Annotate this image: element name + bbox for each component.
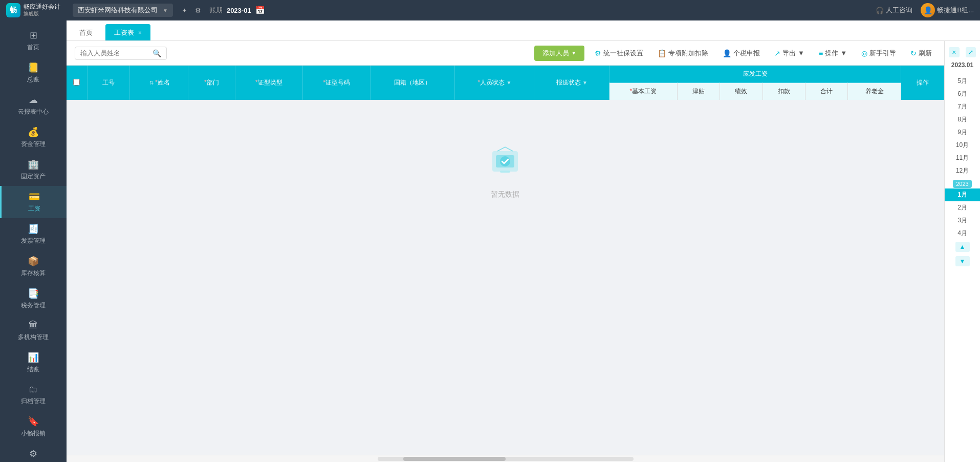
th-name: ⇅ *姓名	[129, 66, 188, 100]
app-sub: 旗舰版	[24, 10, 60, 17]
chevron-down-icon: ▼	[163, 8, 168, 13]
special-deduct-icon: 📋	[658, 49, 666, 57]
tab-salary-close[interactable]: ×	[138, 29, 142, 36]
th-pension: 养老金	[848, 83, 901, 100]
month-1-2023[interactable]: 1月	[945, 188, 980, 201]
header-actions: ＋ ⚙	[181, 6, 201, 15]
sidebar-label-salary: 工资	[28, 204, 40, 213]
month-9[interactable]: 9月	[945, 126, 980, 139]
top-header: 畅 畅应通好会计 旗舰版 西安虾米网络科技有限公司 ▼ ＋ ⚙ 账期 2023-…	[0, 0, 980, 20]
export-btn[interactable]: ↗ 导出 ▼	[770, 47, 809, 60]
calendar-expand-btn[interactable]: ⤢	[966, 47, 976, 57]
calendar-icon[interactable]: 📅	[255, 6, 265, 15]
inventory-icon: 📦	[28, 256, 39, 267]
sidebar-item-cloud-report[interactable]: ☁ 云报表中心	[0, 89, 67, 121]
special-deduct-label: 专项附加扣除	[668, 49, 708, 58]
month-10[interactable]: 10月	[945, 139, 980, 152]
special-deduct-btn[interactable]: 📋 专项附加扣除	[654, 47, 712, 60]
empty-state-row: 暂无数据	[67, 100, 944, 240]
sidebar-item-settings[interactable]: ⚙ 基础设置	[0, 443, 67, 462]
sidebar-item-expense[interactable]: 🔖 小畅报销	[0, 411, 67, 443]
plus-icon: ＋	[181, 6, 188, 15]
search-input[interactable]	[80, 49, 149, 57]
tab-salary[interactable]: 工资表 ×	[105, 24, 150, 40]
sidebar-label-settlement: 结账	[27, 365, 39, 374]
add-company-btn[interactable]: ＋	[181, 6, 188, 15]
empty-illustration	[485, 141, 526, 182]
sidebar-item-settlement[interactable]: 📊 结账	[0, 347, 67, 379]
sidebar-item-fund[interactable]: 💰 资金管理	[0, 121, 67, 154]
settings-btn[interactable]: ⚙	[195, 7, 201, 14]
th-staff-status: *人员状态 ▼	[455, 66, 534, 100]
search-icon: 🔍	[153, 49, 161, 57]
sidebar-item-home[interactable]: ⊞ 首页	[0, 25, 67, 57]
avatar: 👤	[921, 3, 935, 17]
report-status-filter-icon[interactable]: ▼	[582, 80, 587, 86]
sidebar-item-inventory[interactable]: 📦 库存核算	[0, 250, 67, 283]
refresh-icon: ↻	[910, 49, 917, 57]
user-name: 畅捷通B组...	[937, 6, 974, 15]
month-8[interactable]: 8月	[945, 113, 980, 126]
search-box[interactable]: 🔍	[75, 47, 167, 60]
social-security-btn[interactable]: ⚙ 统一社保设置	[591, 47, 647, 60]
refresh-label: 刷新	[919, 49, 932, 58]
staff-status-filter-icon[interactable]: ▼	[506, 80, 511, 86]
table-scroll-area[interactable]: 工号 ⇅ *姓名 *部门 *证型类型 *证型号码 国籍（地区）	[67, 66, 944, 455]
user-profile[interactable]: 👤 畅捷通B组...	[921, 3, 974, 17]
guide-btn[interactable]: ◎ 新手引导	[857, 47, 900, 60]
month-12[interactable]: 12月	[945, 164, 980, 177]
sidebar-item-salary[interactable]: 💳 工资	[0, 186, 67, 218]
sidebar-label-cloud-report: 云报表中心	[18, 108, 49, 116]
social-security-label: 统一社保设置	[603, 49, 643, 58]
tax-report-btn[interactable]: 👤 个税申报	[718, 47, 764, 60]
current-year-badge: 2023	[953, 180, 971, 187]
sidebar-item-ledger[interactable]: 📒 总账	[0, 57, 67, 89]
right-calendar-panel: × ⤢ 2023.01 5月 6月 7月 8月 9月 10月 11月 12月 2…	[944, 41, 980, 462]
month-6[interactable]: 6月	[945, 88, 980, 100]
user-service: 🎧 人工咨询 👤 畅捷通B组...	[876, 3, 974, 17]
sidebar-item-invoice[interactable]: 🧾 发票管理	[0, 218, 67, 250]
export-label: 导出	[782, 49, 796, 58]
sidebar-item-tax[interactable]: 📑 税务管理	[0, 283, 67, 315]
sidebar: ⊞ 首页 📒 总账 ☁ 云报表中心 💰 资金管理 🏢 固定资产 💳 工资 🧾 发…	[0, 20, 67, 462]
calendar-nav-up[interactable]: ▲	[955, 242, 970, 252]
month-5[interactable]: 5月	[945, 75, 980, 88]
sidebar-item-multi-org[interactable]: 🏛 多机构管理	[0, 315, 67, 347]
add-dropdown-arrow: ▼	[571, 50, 576, 56]
tab-home[interactable]: 首页	[71, 24, 101, 40]
th-checkbox[interactable]	[67, 66, 87, 100]
sidebar-item-fixed-assets[interactable]: 🏢 固定资产	[0, 154, 67, 186]
refresh-btn[interactable]: ↻ 刷新	[906, 47, 936, 60]
service-btn[interactable]: 🎧 人工咨询	[876, 6, 912, 15]
select-all-checkbox[interactable]	[73, 79, 80, 86]
sidebar-label-archive: 归档管理	[21, 397, 46, 406]
toolbar: 🔍 添加人员 ▼ ⚙ 统一社保设置 📋 专项附加扣除	[67, 41, 944, 66]
calendar-close-btn[interactable]: ×	[949, 47, 960, 57]
month-7[interactable]: 7月	[945, 100, 980, 113]
th-allowance: 津贴	[677, 83, 720, 100]
operations-btn[interactable]: ≡ 操作 ▼	[815, 47, 851, 60]
salary-icon: 💳	[29, 191, 40, 202]
add-person-button[interactable]: 添加人员 ▼	[534, 46, 584, 61]
sidebar-label-ledger: 总账	[27, 75, 39, 84]
settlement-icon: 📊	[28, 352, 39, 363]
operations-label: 操作	[825, 49, 838, 58]
calendar-nav-down[interactable]: ▼	[955, 256, 970, 266]
sidebar-label-expense: 小畅报销	[21, 429, 46, 438]
tab-home-label: 首页	[79, 28, 93, 37]
cloud-icon: ☁	[29, 94, 38, 106]
company-selector[interactable]: 西安虾米网络科技有限公司 ▼	[73, 4, 173, 17]
period-info: 账期 2023-01 📅	[209, 6, 265, 15]
th-nationality: 国籍（地区）	[371, 66, 455, 100]
svg-rect-3	[500, 171, 510, 173]
sidebar-label-inventory: 库存核算	[21, 269, 46, 278]
sidebar-label-fund: 资金管理	[21, 140, 46, 149]
month-2-2023[interactable]: 2月	[945, 201, 980, 214]
th-id-type: *证型类型	[235, 66, 302, 100]
sidebar-item-archive[interactable]: 🗂 归档管理	[0, 379, 67, 411]
month-4-2023[interactable]: 4月	[945, 227, 980, 240]
fund-icon: 💰	[28, 127, 39, 138]
month-11[interactable]: 11月	[945, 152, 980, 164]
month-3-2023[interactable]: 3月	[945, 214, 980, 227]
export-icon: ↗	[774, 49, 780, 57]
